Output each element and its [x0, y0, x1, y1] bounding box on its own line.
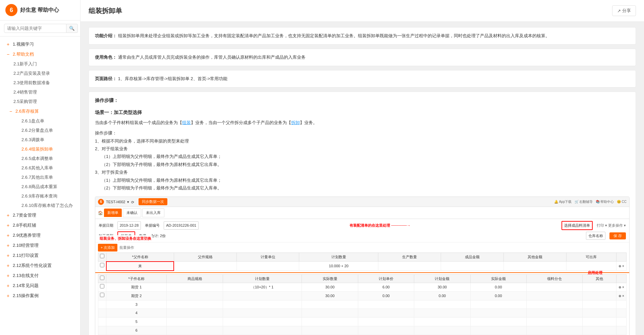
sidebar-item-2.1[interactable]: 2.1新手入门 [8, 59, 80, 69]
sidebar-item-2.5[interactable]: 2.5采购管理 [8, 97, 80, 106]
mock-child-table: *子件名称 商品规格 计划数量 实际数量 计划单价 计划金额 实际金额 领料分仓… [98, 274, 627, 335]
sidebar-item-2.8[interactable]: + 2.8手机旺辅 [0, 220, 80, 230]
step3-sub1: （1）上部明细为父件明细，最终作为原材料生成其它出库单； [95, 176, 630, 184]
sidebar-item-2.6.8[interactable]: 2.6.8商品成本重算 [16, 182, 80, 191]
mock-child-row-check-2[interactable] [100, 293, 104, 297]
main-header: 组装拆卸单 ↗ 分享 [80, 0, 644, 22]
mock-child-spec-col: 商品规格 [167, 274, 223, 283]
mock-child-op-1: ⊕ × [616, 283, 627, 292]
sidebar-item-2.6.1[interactable]: 2.6.1盘点单 [16, 116, 80, 126]
sidebar-item-2.6.5[interactable]: 2.6.5成本调整单 [16, 154, 80, 163]
sidebar-item-2.14[interactable]: + 2.14常见问题 [0, 281, 80, 291]
sidebar-item-2.6.4[interactable]: 2.6.4组装拆卸单 [16, 145, 80, 154]
sidebar: 6 好生意 帮助中心 🔍 + 1.视频学习 − 2.帮助文档 2.1新手入门 2… [0, 0, 80, 335]
sidebar-item-2.4[interactable]: 2.4销售管理 [8, 88, 80, 97]
mock-sync-btn[interactable]: 同步数据一次 [139, 198, 167, 205]
sidebar-item-2.6.3[interactable]: 2.6.3调拨单 [16, 135, 80, 145]
mock-child-realamt-col: 实际金额 [470, 274, 526, 283]
sidebar-item-2.2[interactable]: 2.2产品安装及登录 [8, 69, 80, 78]
sidebar-item-2.6.10[interactable]: 2.6.10库存账本错了怎么办 [16, 201, 80, 210]
mock-child-table-area: *子件名称 商品规格 计划数量 实际数量 计划单价 计划金额 实际金额 领料分仓… [95, 272, 629, 335]
path-label: 页面路径： [95, 76, 117, 81]
sidebar-item-label: 1.视频学习 [13, 41, 34, 47]
mock-col-parent-spec: 父件规格 [174, 253, 236, 262]
sidebar-item-2.13[interactable]: + 2.13在线支付 [0, 271, 80, 281]
sidebar-item-2.9[interactable]: + 2.9优惠券管理 [0, 230, 80, 240]
mock-tab-unstock[interactable]: 未出入库 [142, 208, 164, 217]
collapse-icon-2.6: − [8, 109, 13, 114]
sidebar-item-2.12[interactable]: + 2.12系统个性化设置 [0, 261, 80, 271]
mock-save-btn[interactable]: 保 存 [609, 232, 626, 239]
path-block: 页面路径： 1、库存核算->库存管理->组装拆卸单 2、首页->常用功能 [89, 70, 636, 88]
sidebar-item-2.6.9[interactable]: 2.6.9库存账本查询 [16, 191, 80, 201]
search-button[interactable]: 🔍 [66, 24, 78, 33]
mock-col-prod-amt: 成品金额 [441, 253, 503, 262]
mock-child-subwh-1 [527, 283, 583, 292]
mock-child-spec-1 [167, 283, 223, 292]
search-bar: 🔍 [0, 20, 80, 37]
mock-tab-new[interactable]: 新增单 [104, 209, 122, 217]
role-text: 通常由生产人员或库管人员完成拆装业务的操作，库管人员确认原材料的出库和产成品的入… [118, 55, 306, 60]
mock-form-no: AD-20191226-001 [164, 221, 199, 230]
mock-child-op-2: ⊕ × [616, 291, 627, 300]
share-button[interactable]: ↗ 分享 [612, 5, 636, 16]
sidebar-item-video[interactable]: + 1.视频学习 [0, 39, 80, 49]
mock-child-row-2: 期货 2 30.00 0.00 0.00 0.00 ⊕ × [98, 291, 627, 300]
mock-dropdown-icon: ▾ [127, 199, 129, 205]
scenario1-title: 场景一：加工类型选择 [95, 109, 630, 117]
docs-children: 2.1新手入门 2.2产品安装及登录 2.3使用前数据准备 2.4销售管理 2.… [0, 59, 80, 210]
mock-child-realamt-1: 0.00 [470, 283, 526, 292]
sidebar-item-2.3[interactable]: 2.3使用前数据准备 [8, 78, 80, 88]
mock-parent-out-1 [566, 262, 616, 271]
mock-table-ops: 批量操作 [119, 244, 134, 251]
function-intro-text: 组装拆卸单用来处理企业组装或拆卸等加工业务，支持有固定装配清单的产品加工业务，也… [118, 33, 550, 38]
sidebar-item-2.7[interactable]: + 2.7资金管理 [0, 210, 80, 220]
sidebar-item-2.6[interactable]: − 2.6库存核算 2.6.1盘点单 2.6.2分量盘点单 2.6.3调拨单 2… [8, 106, 80, 210]
sidebar-item-2.15[interactable]: + 2.15操作案例 [0, 291, 80, 301]
sidebar-item-2.6.2[interactable]: 2.6.2分量盘点单 [16, 126, 80, 135]
sidebar-item-docs[interactable]: − 2.帮助文档 2.1新手入门 2.2产品安装及登录 2.3使用前数据准备 2… [0, 49, 80, 210]
nav-tree: + 1.视频学习 − 2.帮助文档 2.1新手入门 2.2产品安装及登录 2.3… [0, 37, 80, 335]
mock-screenshot: 6 TEST-H002 ▾ ⟳ 同步数据一次 🔔 App下载 🛒 右翻辅导 📚 … [95, 197, 629, 335]
share-icon: ↗ [617, 8, 621, 13]
sidebar-item-2.6.7[interactable]: 2.6.7其他出库单 [16, 173, 80, 182]
mock-child-name-1: 期货 1 [106, 283, 167, 292]
plus-icon: + [5, 263, 11, 268]
sidebar-item-2.11[interactable]: + 2.11打印设置 [0, 250, 80, 261]
mock-child-spec-2 [167, 291, 223, 300]
mock-child-planamt-col: 计划金额 [414, 274, 470, 283]
mock-child-row-3: 3 [98, 300, 627, 309]
role-label: 使用角色： [95, 55, 117, 60]
sidebar-item-label: 2.7资金管理 [13, 212, 36, 218]
app-logo-small: 6 [98, 199, 104, 205]
collapse-icon: − [5, 52, 11, 57]
sidebar-item-2.10[interactable]: + 2.10经营管理 [0, 240, 80, 250]
plus-icon: + [5, 293, 11, 298]
mock-child-row-6: 6 [98, 326, 627, 335]
mock-check-all[interactable] [100, 254, 104, 258]
mock-child-subwh-col: 领料分仓 [527, 274, 583, 283]
mock-form-no-label: 单据编号 [145, 222, 160, 229]
sidebar-item-label: 2.13在线支付 [13, 273, 39, 279]
function-intro-block: 功能介绍： 组装拆卸单用来处理企业组装或拆卸等加工业务，支持有固定装配清单的产品… [89, 27, 636, 45]
mock-parent-row-1: 来 10.000 + 20 ⊕ × [98, 262, 627, 271]
annotation-assembly: 有装配清单的在这里处理 ──────→ [203, 222, 557, 229]
mock-child-check [98, 274, 106, 283]
mock-add-row-btn[interactable]: + 次添加 [98, 244, 117, 252]
mock-child-check-all[interactable] [100, 276, 104, 280]
mock-child-realamt-2: 0.00 [470, 291, 526, 300]
mock-child-name-2: 期货 2 [106, 291, 167, 300]
mock-parent-op-1: ⊕ × [616, 262, 627, 271]
mock-child-row-check-1[interactable] [100, 284, 104, 288]
mock-col-other-amt: 其他金额 [503, 253, 566, 262]
mock-tab-list[interactable]: 未确认 [123, 208, 141, 217]
search-input[interactable] [4, 24, 66, 33]
mock-parent-table: *父件名称 父件规格 计量单位 计划数量 生产数量 成品金额 其他金额 可出库 [98, 253, 627, 271]
mock-home-icon: 🏠 [98, 210, 103, 216]
mock-child-planqty-col: 计划数量 [223, 274, 302, 283]
mock-child-ops-col [616, 274, 627, 283]
steps-block: 操作步骤： 场景一：加工类型选择 当由多个子件材料组装成一个成品的业务为【组装】… [89, 92, 636, 335]
mock-row-check[interactable] [100, 263, 104, 267]
sidebar-item-2.6.6[interactable]: 2.6.6其他入库单 [16, 163, 80, 173]
mock-form-area: 单据日期 2019-12-28 单据编号 AD-20191226-001 有装配… [95, 219, 629, 242]
